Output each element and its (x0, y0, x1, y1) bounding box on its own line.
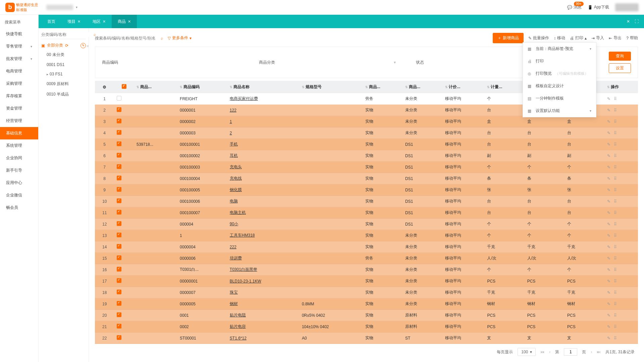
cell-name[interactable]: 1 (227, 116, 299, 127)
cell-name[interactable]: BLD10-23-1.1KW (227, 276, 299, 287)
row-edit-icon[interactable]: ✎ (607, 176, 610, 181)
row-more-icon[interactable]: ⠿ (614, 165, 617, 170)
row-edit-icon[interactable]: ✎ (607, 222, 610, 227)
table-row[interactable]: 9000100005钢化膜实物DS1移动平均张张张✎⠿ (95, 184, 638, 196)
table-row[interactable]: 131工具车HM318实物未分类移动平均个个个✎⠿ (95, 230, 638, 241)
row-more-icon[interactable]: ⠿ (614, 142, 617, 147)
row-more-icon[interactable]: ⠿ (614, 176, 617, 181)
query-button[interactable]: 查询 (609, 52, 631, 61)
sort-icon[interactable]: ⇅ (607, 85, 610, 89)
user-avatar[interactable] (615, 3, 639, 11)
nav-item[interactable]: 企业协同 (0, 152, 38, 164)
table-row[interactable]: 11000100007电脑主机实物DS1移动平均台台台✎⠿ (95, 207, 638, 219)
page-number-input[interactable] (564, 348, 577, 356)
tree-all-categories[interactable]: 全部分类 (47, 43, 63, 48)
page-size-select[interactable]: 100▾ (518, 348, 536, 356)
move-button[interactable]: ↕移动 (554, 35, 565, 41)
table-row[interactable]: 180000007珠宝实物未分类移动平均千克千克千克✎⠿ (95, 287, 638, 298)
row-checkbox[interactable] (114, 321, 134, 333)
sort-icon[interactable]: ⇅ (487, 85, 490, 89)
refresh-icon[interactable]: ⟳ (65, 43, 68, 48)
nav-item[interactable]: 新手引导 (0, 164, 38, 177)
tab[interactable]: 项目✕ (61, 15, 87, 28)
cell-name[interactable]: 充电线 (227, 173, 299, 184)
row-checkbox[interactable] (114, 139, 134, 150)
table-header[interactable]: ⇅商品... (402, 81, 442, 93)
row-checkbox[interactable] (114, 253, 134, 264)
row-edit-icon[interactable]: ✎ (607, 233, 610, 238)
table-row[interactable]: 22ST00001ST1.6*12A0实物ST移动平均支支支✎⠿ (95, 333, 638, 344)
row-edit-icon[interactable]: ✎ (607, 302, 610, 306)
cell-name[interactable]: 222 (227, 241, 299, 253)
row-edit-icon[interactable]: ✎ (607, 336, 610, 341)
row-checkbox[interactable] (114, 184, 134, 196)
row-checkbox[interactable] (114, 333, 134, 344)
row-checkbox[interactable] (114, 264, 134, 276)
table-header[interactable]: ⇅商品编码 (177, 81, 227, 93)
batch-action-button[interactable]: ✎批量操作 (528, 35, 549, 41)
settings-button[interactable]: 设置 (609, 63, 631, 73)
row-more-icon[interactable]: ⠿ (614, 210, 617, 215)
row-more-icon[interactable]: ⠿ (614, 131, 617, 135)
cell-name[interactable]: 工具车HM318 (227, 230, 299, 241)
row-edit-icon[interactable]: ✎ (607, 108, 610, 113)
table-row[interactable]: 7000100003充电头实物DS1移动平均个个个✎⠿ (95, 162, 638, 173)
help-button[interactable]: ?帮助 (626, 35, 638, 41)
row-checkbox[interactable] (114, 196, 134, 207)
nav-item[interactable]: 电商管理 (0, 65, 38, 77)
row-edit-icon[interactable]: ✎ (607, 154, 610, 158)
nav-search[interactable]: 搜索菜单 (0, 17, 38, 28)
print-default-settings[interactable]: ▦设置默认功能▾ (523, 105, 596, 117)
row-more-icon[interactable]: ⠿ (614, 108, 617, 113)
tree-search-input[interactable] (41, 32, 92, 37)
cell-name[interactable]: 电脑 (227, 196, 299, 207)
search-icon[interactable]: ⌕ (161, 36, 163, 41)
row-more-icon[interactable]: ⠿ (614, 222, 617, 227)
sort-icon[interactable]: ⇅ (365, 85, 368, 89)
close-icon[interactable]: ✕ (128, 19, 131, 24)
cell-name[interactable]: 手机 (227, 139, 299, 150)
tab[interactable]: 商品✕ (112, 15, 137, 28)
nav-item[interactable]: 批发管理▾ (0, 53, 38, 65)
row-more-icon[interactable]: ⠿ (614, 154, 617, 158)
table-row[interactable]: 400000032实物未分类移动平均台台台✎⠿ (95, 127, 638, 139)
cell-name[interactable]: 充电头 (227, 162, 299, 173)
sort-icon[interactable]: ⇅ (405, 85, 408, 89)
page-next-icon[interactable]: › (591, 350, 592, 354)
cell-name[interactable]: 2 (227, 127, 299, 139)
tab-close-all-icon[interactable]: ✕ (627, 19, 630, 24)
row-checkbox[interactable] (114, 219, 134, 230)
cell-name[interactable]: 电脑主机 (227, 207, 299, 219)
row-more-icon[interactable]: ⠿ (614, 302, 617, 306)
gear-icon[interactable]: ⚙ (103, 85, 106, 89)
print-quick-template[interactable]: ▤一分钟制作模板 (523, 92, 596, 105)
fullscreen-icon[interactable]: ⛶ (635, 19, 639, 24)
cell-name[interactable]: ST1.6*12 (227, 333, 299, 344)
tab[interactable]: 地区✕ (87, 15, 112, 28)
close-icon[interactable]: ✕ (103, 19, 106, 24)
print-now[interactable]: 🖨打印 (523, 55, 596, 67)
nav-item[interactable]: 经营管理 (0, 115, 38, 127)
row-checkbox[interactable] (114, 287, 134, 298)
nav-item[interactable]: 零售管理▾ (0, 40, 38, 53)
edit-tree-icon[interactable]: ✎ (80, 43, 86, 48)
row-checkbox[interactable] (114, 173, 134, 184)
table-header[interactable]: ⇅商品... (134, 81, 177, 93)
page-first-icon[interactable]: ⏮ (540, 350, 544, 354)
table-row[interactable]: 210002贴片电容104±10% 0402实物原材料移动平均PCSPCSPCS… (95, 321, 638, 333)
tree-node[interactable]: 0001 DS1 (41, 60, 86, 69)
page-last-icon[interactable]: ⏭ (597, 350, 601, 354)
row-more-icon[interactable]: ⠿ (614, 233, 617, 238)
cell-name[interactable]: 电商买家付运费 (227, 93, 299, 105)
print-current-template[interactable]: ▦ 当前：商品标签-预览 ▾ (523, 43, 596, 55)
nav-item[interactable]: 快捷导航 (0, 28, 38, 40)
table-header[interactable]: ⇅操作 (604, 81, 638, 93)
row-edit-icon[interactable]: ✎ (607, 313, 610, 318)
nav-item[interactable]: 畅会员 (0, 201, 38, 214)
table-row[interactable]: 5539718...000100001手机实物DS1移动平均台台台✎⠿ (95, 139, 638, 150)
messages-button[interactable]: 💬 消息 99+ (567, 4, 582, 10)
table-row[interactable]: 6000100002耳机实物DS1移动平均副副副✎⠿ (95, 150, 638, 162)
sort-icon[interactable]: ⇅ (137, 85, 139, 89)
nav-item[interactable]: 资金管理 (0, 102, 38, 115)
row-edit-icon[interactable]: ✎ (607, 210, 610, 215)
